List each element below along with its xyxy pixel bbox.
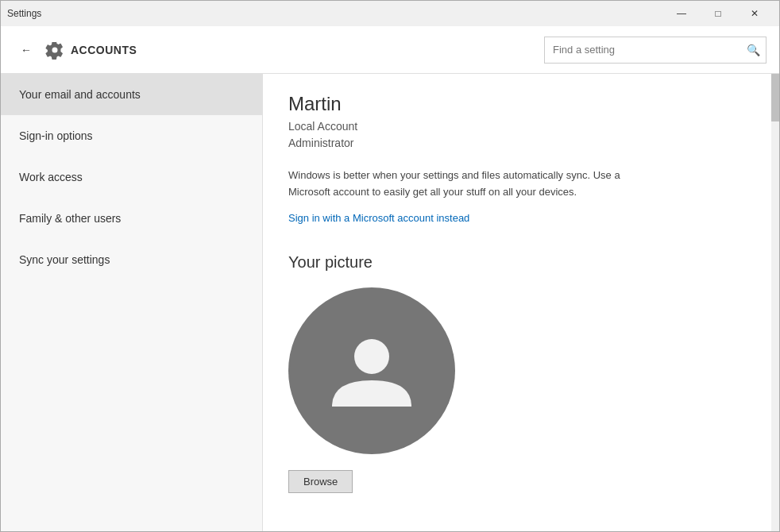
sidebar-item-work-access[interactable]: Work access: [1, 156, 262, 198]
avatar: [288, 287, 455, 454]
sidebar-item-label: Family & other users: [19, 212, 121, 225]
account-role: Administrator: [288, 135, 754, 152]
close-button[interactable]: ✕: [736, 1, 773, 26]
settings-title: Settings: [7, 8, 41, 19]
sidebar-item-label: Sync your settings: [19, 253, 110, 266]
back-icon: ←: [21, 44, 32, 56]
browse-label: Browse: [303, 476, 338, 488]
profile-section: Martin Local Account Administrator: [288, 93, 754, 152]
profile-name: Martin: [288, 93, 754, 115]
avatar-icon: [324, 323, 419, 418]
scrollbar-track[interactable]: [771, 74, 779, 531]
maximize-button[interactable]: □: [700, 1, 736, 26]
search-box[interactable]: 🔍: [544, 37, 766, 64]
browse-button[interactable]: Browse: [288, 470, 353, 493]
search-icon: 🔍: [747, 44, 760, 56]
search-button[interactable]: 🔍: [740, 37, 766, 63]
sync-message: Windows is better when your settings and…: [288, 168, 654, 201]
content-panel: Martin Local Account Administrator Windo…: [263, 74, 779, 531]
title-bar-left: Settings: [7, 8, 41, 19]
scrollbar-thumb[interactable]: [771, 74, 779, 121]
picture-section: Your picture Browse: [288, 253, 754, 493]
title-bar-controls: — □ ✕: [663, 1, 773, 26]
sidebar-item-label: Work access: [19, 171, 83, 183]
header-title: ACCOUNTS: [71, 44, 137, 56]
picture-section-title: Your picture: [288, 253, 754, 272]
sidebar-item-label: Your email and accounts: [19, 88, 141, 101]
header-bar: ← ACCOUNTS 🔍: [1, 26, 779, 74]
back-button[interactable]: ←: [14, 37, 39, 63]
sidebar-item-sync-settings[interactable]: Sync your settings: [1, 239, 262, 280]
search-input[interactable]: [545, 39, 740, 60]
settings-window: Settings — □ ✕ ← ACCOUNTS 🔍: [0, 0, 780, 532]
sidebar-item-label: Sign-in options: [19, 129, 93, 142]
sidebar-item-sign-in-options[interactable]: Sign-in options: [1, 115, 262, 156]
sign-in-link[interactable]: Sign in with a Microsoft account instead: [288, 212, 469, 224]
sidebar: Your email and accounts Sign-in options …: [1, 74, 263, 531]
gear-icon: [45, 40, 64, 60]
svg-point-0: [354, 339, 389, 374]
title-bar: Settings — □ ✕: [1, 1, 779, 26]
main-content: Your email and accounts Sign-in options …: [1, 74, 779, 531]
account-type: Local Account: [288, 118, 754, 135]
sidebar-item-family-users[interactable]: Family & other users: [1, 198, 262, 239]
sidebar-item-email-accounts[interactable]: Your email and accounts: [1, 74, 262, 115]
minimize-button[interactable]: —: [663, 1, 700, 26]
